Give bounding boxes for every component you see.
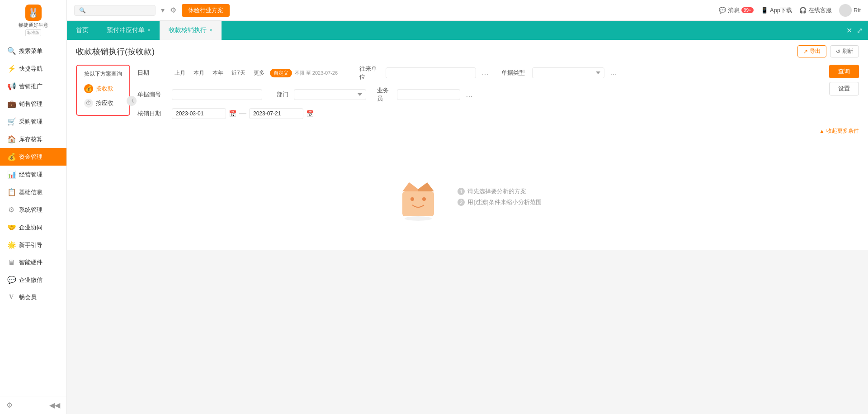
online-service-icon: 🎧 (799, 7, 807, 14)
topbar-search-box[interactable]: 🔍 (74, 5, 156, 16)
tab-collection-label: 收款核销执行 (169, 26, 207, 34)
collapse-more-icon: ▲ (819, 128, 825, 134)
tab-home-label: 首页 (76, 26, 89, 34)
sidebar-item-label: 新手引导 (19, 241, 42, 249)
sidebar-item-inventory[interactable]: 🏠 库存核算 (0, 130, 66, 148)
date-btn-this-month[interactable]: 本月 (191, 68, 207, 78)
date-btn-last-month[interactable]: 上月 (172, 68, 188, 78)
verify-date-range: 📅 — 📅 (172, 108, 314, 119)
filter-settings-button[interactable]: 设置 (829, 82, 859, 95)
date-custom-badge: 自定义 (270, 69, 292, 77)
unit-ellipsis[interactable]: … (480, 69, 491, 77)
main-area: 🔍 ▾ ⚙ 休验行业方案 💬 消息 99+ 📱 App下载 🎧 在线客服 Rit (67, 0, 868, 414)
content-area: 收款核销执行(按收款) ↗ 导出 ↺ 刷新 按以下方 (67, 40, 868, 414)
filter-collapse-button[interactable]: 《 (127, 96, 137, 106)
salesman-ellipsis[interactable]: … (464, 90, 475, 99)
calendar-start-icon[interactable]: 📅 (229, 110, 236, 117)
empty-illustration (393, 171, 443, 223)
app-download-button[interactable]: 📱 App下载 (761, 6, 792, 14)
sidebar-item-basic-info[interactable]: 📋 基础信息 (0, 183, 66, 201)
sidebar-item-cooperation[interactable]: 🤝 企业协同 (0, 219, 66, 236)
topbar-dropdown-icon[interactable]: ▾ (161, 6, 165, 14)
collapse-sidebar-icon[interactable]: ◀◀ (49, 401, 60, 409)
tab-collection[interactable]: 收款核销执行 × (160, 21, 222, 40)
doc-type-select[interactable] (532, 67, 604, 78)
sidebar-item-quick-nav[interactable]: ⚡ 快捷导航 (0, 60, 66, 77)
filter-option-by-collection[interactable]: 💰 按收款 (77, 81, 129, 96)
topbar: 🔍 ▾ ⚙ 休验行业方案 💬 消息 99+ 📱 App下载 🎧 在线客服 Rit (67, 0, 868, 21)
date-shortcuts: 上月 本月 本年 近7天 更多 自定义 不限 至 2023-07-26 (172, 68, 338, 78)
unit-input[interactable] (386, 67, 476, 78)
nav-expand-icon[interactable]: ⤢ (857, 26, 863, 35)
online-service-button[interactable]: 🎧 在线客服 (799, 6, 832, 14)
search-icon: 🔍 (79, 7, 86, 14)
tab-home[interactable]: 首页 (67, 21, 98, 40)
tip-text-1: 请先选择要分析的方案 (467, 187, 526, 195)
settings-bottom-icon[interactable]: ⚙ (6, 401, 13, 409)
wechat-icon: 💬 (7, 276, 15, 284)
collapse-more-button[interactable]: ▲ 收起更多条件 (137, 124, 859, 137)
sidebar-item-purchase[interactable]: 🛒 采购管理 (0, 113, 66, 130)
sidebar-item-hardware[interactable]: 🖥 智能硬件 (0, 254, 66, 271)
doc-type-ellipsis[interactable]: … (608, 69, 619, 77)
date-btn-more[interactable]: 更多 (251, 68, 267, 78)
guide-icon: 🌟 (7, 241, 15, 249)
sidebar-item-wechat[interactable]: 💬 企业微信 (0, 271, 66, 289)
sidebar-item-label: 经营管理 (19, 171, 42, 179)
inventory-icon: 🏠 (7, 135, 15, 143)
sales-icon: 💼 (7, 100, 15, 108)
filter-option-collection-label: 按收款 (96, 85, 113, 93)
tab-prepay-close[interactable]: × (147, 27, 151, 33)
filter-sidebar-title: 按以下方案查询 (77, 70, 129, 81)
verify-date-label: 核销日期 (137, 109, 165, 118)
sidebar-item-marketing[interactable]: 📢 营销推广 (0, 77, 66, 95)
industry-solution-button[interactable]: 休验行业方案 (182, 4, 230, 17)
sidebar-item-system[interactable]: ⚙ 系统管理 (0, 201, 66, 219)
message-button[interactable]: 💬 消息 99+ (719, 6, 754, 14)
sidebar-item-finance[interactable]: 💰 资金管理 (0, 148, 66, 166)
sidebar-item-search[interactable]: 🔍 搜索菜单 (0, 42, 66, 60)
purchase-icon: 🛒 (7, 117, 15, 126)
sidebar-item-operations[interactable]: 📊 经营管理 (0, 166, 66, 183)
verify-date-end-input[interactable] (249, 108, 303, 119)
topbar-settings-icon[interactable]: ⚙ (170, 6, 176, 14)
message-icon: 💬 (719, 7, 726, 14)
export-button[interactable]: ↗ 导出 (797, 45, 826, 57)
svg-rect-0 (402, 191, 434, 216)
sidebar-item-label: 企业微信 (19, 276, 42, 284)
user-profile[interactable]: Rit (839, 4, 861, 17)
tip-text-2: 用[过滤]条件来缩小分析范围 (467, 198, 541, 206)
filter-option-receivable-label: 按应收 (96, 99, 113, 107)
sidebar-item-label: 快捷导航 (19, 65, 42, 73)
salesman-label: 业务员 (377, 86, 393, 103)
query-button[interactable]: 查询 (829, 65, 859, 78)
export-icon: ↗ (803, 48, 808, 55)
filter-option-by-receivable[interactable]: ⏱ 按应收 (77, 96, 129, 110)
sidebar-item-guide[interactable]: 🌟 新手引导 (0, 236, 66, 254)
page-header-actions: ↗ 导出 ↺ 刷新 (797, 45, 859, 57)
date-btn-this-year[interactable]: 本年 (210, 68, 226, 78)
tab-prepay[interactable]: 预付冲应付单 × (98, 21, 160, 40)
salesman-input[interactable] (397, 89, 460, 100)
date-btn-7days[interactable]: 近7天 (229, 68, 248, 78)
app-edition: 标准版 (25, 29, 41, 36)
nav-close-icon[interactable]: ✕ (846, 26, 852, 35)
marketing-icon: 📢 (7, 82, 15, 90)
verify-date-start-input[interactable] (172, 108, 226, 119)
online-service-label: 在线客服 (808, 6, 832, 14)
filter-collection-icon: 💰 (84, 84, 93, 93)
calendar-end-icon[interactable]: 📅 (306, 110, 314, 117)
sidebar-item-label: 库存核算 (19, 135, 42, 143)
empty-content: 1 请先选择要分析的方案 2 用[过滤]条件来缩小分析范围 (393, 171, 541, 223)
filter-sidebar-wrap: 按以下方案查询 💰 按收款 ⏱ 按应收 《 (76, 65, 130, 137)
sidebar-menu: 🔍 搜索菜单 ⚡ 快捷导航 📢 营销推广 💼 销售管理 🛒 采购管理 🏠 库存核… (0, 40, 66, 396)
sidebar-item-sales[interactable]: 💼 销售管理 (0, 95, 66, 113)
sidebar-item-member[interactable]: V 畅会员 (0, 289, 66, 306)
doc-num-input[interactable] (172, 89, 262, 100)
filter-sidebar: 按以下方案查询 💰 按收款 ⏱ 按应收 (76, 65, 130, 116)
refresh-button[interactable]: ↺ 刷新 (830, 45, 859, 57)
message-label: 消息 (728, 6, 740, 14)
user-name: Rit (854, 7, 861, 14)
dept-select[interactable] (294, 89, 366, 100)
tab-collection-close[interactable]: × (209, 27, 212, 33)
